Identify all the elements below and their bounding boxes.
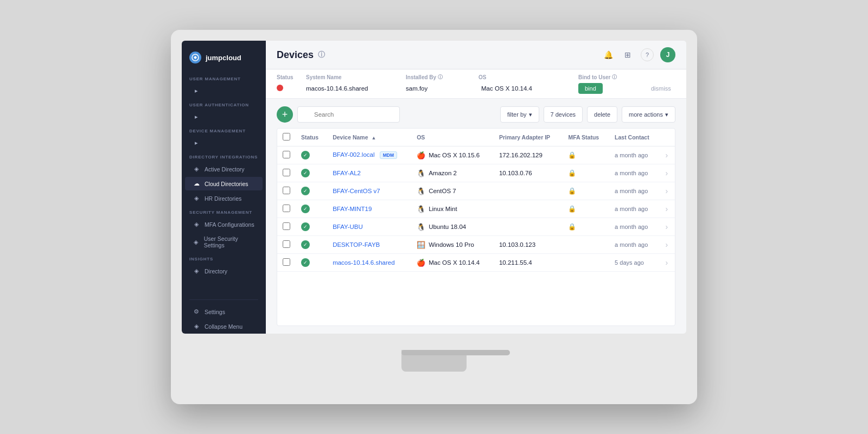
bell-icon[interactable]: 🔔 — [602, 48, 615, 61]
last-contact-cell: a month ago — [609, 164, 660, 182]
os-icon: 🍎 — [417, 259, 425, 267]
mfa-cell: 🔒 — [563, 182, 609, 200]
toolbar: + 🔍 filter by ▾ 7 devices delete more ac… — [277, 106, 675, 123]
devices-table: Status Device Name ▲ OS Primary Adapter … — [277, 129, 675, 272]
delete-button[interactable]: delete — [587, 106, 617, 123]
mfa-lock-icon: 🔒 — [568, 187, 576, 195]
filter-button[interactable]: filter by ▾ — [500, 106, 539, 123]
status-icon: ✓ — [301, 169, 310, 177]
sidebar-item-user-authentication[interactable]: ▸ — [185, 110, 263, 124]
last-contact-cell: a month ago — [609, 200, 660, 218]
notif-bind-cell: bind — [578, 83, 649, 94]
device-count-badge: 7 devices — [544, 106, 583, 123]
security-icon: ◈ — [193, 239, 200, 246]
row-chevron-icon[interactable]: › — [665, 151, 668, 159]
col-mfa: MFA Status — [563, 129, 609, 146]
row-checkbox[interactable] — [283, 222, 290, 230]
bind-info-icon: ⓘ — [612, 74, 617, 81]
row-checkbox[interactable] — [283, 240, 290, 248]
sidebar-divider — [189, 299, 258, 300]
error-dot — [277, 85, 283, 91]
row-chevron-icon[interactable]: › — [665, 258, 668, 267]
row-checkbox[interactable] — [283, 258, 290, 266]
sidebar-item-hr-directories[interactable]: ◈ HR Directories — [185, 192, 263, 205]
ip-cell — [494, 182, 563, 200]
row-chevron-icon[interactable]: › — [665, 240, 668, 249]
sidebar-item-label: Collapse Menu — [205, 323, 242, 330]
row-chevron-icon[interactable]: › — [665, 169, 668, 177]
os-name: Windows 10 Pro — [429, 241, 474, 248]
page-title: Devices — [277, 49, 314, 61]
notif-dismiss-cell: dismiss — [651, 85, 686, 92]
select-all-checkbox[interactable] — [283, 133, 290, 141]
row-checkbox[interactable] — [283, 205, 290, 212]
table-row: ✓ macos-10.14.6.shared 🍎 Mac OS X 10.14.… — [277, 254, 675, 272]
row-chevron-icon[interactable]: › — [665, 222, 668, 231]
sidebar-item-label: Settings — [205, 309, 225, 315]
sidebar-item-label: HR Directories — [205, 195, 241, 202]
table-row: ✓ BFAY-CentOS v7 🐧 CentOS 7 🔒 a month ag… — [277, 182, 675, 200]
dismiss-button[interactable]: dismiss — [651, 85, 671, 92]
row-chevron-icon[interactable]: › — [665, 187, 668, 195]
device-name[interactable]: BFAY-CentOS v7 — [333, 188, 380, 194]
mfa-cell: 🔒 — [563, 146, 609, 164]
more-actions-label: more actions — [629, 111, 663, 118]
table-row: ✓ BFAY-002.local MDM 🍎 Mac OS X 10.15.6 … — [277, 146, 675, 164]
notif-system-name: macos-10.14.6.shared — [306, 85, 404, 92]
sidebar-item-label: Cloud Directories — [205, 181, 248, 187]
sidebar-item-cloud-directories[interactable]: ☁ Cloud Directories — [185, 177, 263, 190]
device-name[interactable]: BFAY-AL2 — [333, 170, 361, 176]
sidebar-item-mfa[interactable]: ◈ MFA Configurations — [185, 218, 263, 231]
row-checkbox[interactable] — [283, 187, 290, 194]
installed-info-icon: ⓘ — [438, 74, 443, 81]
layout-icon[interactable]: ⊞ — [621, 48, 634, 61]
status-icon: ✓ — [301, 187, 310, 195]
mfa-cell: 🔒 — [563, 164, 609, 182]
sidebar-item-directory[interactable]: ◈ Directory — [185, 264, 263, 278]
row-checkbox[interactable] — [283, 169, 290, 176]
device-name[interactable]: BFAY-002.local — [333, 151, 374, 158]
filter-label: filter by — [507, 111, 526, 118]
sidebar-item-label: Active Directory — [205, 166, 245, 173]
cloud-icon: ☁ — [193, 180, 200, 187]
top-bar: Devices ⓘ 🔔 ⊞ ? J — [266, 41, 686, 69]
table-header: Status Device Name ▲ OS Primary Adapter … — [277, 129, 675, 146]
top-bar-actions: 🔔 ⊞ ? J — [602, 47, 675, 62]
sidebar-item-device-management[interactable]: ▸ — [185, 136, 263, 150]
sort-arrow: ▲ — [371, 135, 376, 141]
status-icon: ✓ — [301, 240, 310, 249]
os-name: Linux Mint — [429, 206, 457, 212]
device-name[interactable]: BFAY-UBU — [333, 224, 363, 230]
os-cell: 🐧 Amazon 2 — [417, 169, 488, 177]
row-checkbox[interactable] — [283, 151, 290, 158]
last-contact-cell: a month ago — [609, 182, 660, 200]
help-icon[interactable]: ? — [641, 48, 654, 61]
sidebar-item-active-directory[interactable]: ◈ Active Directory — [185, 162, 263, 176]
device-name[interactable]: macos-10.14.6.shared — [333, 259, 394, 266]
last-contact-cell: a month ago — [609, 218, 660, 236]
os-name: CentOS 7 — [429, 188, 456, 194]
os-cell: 🍎 Mac OS X 10.15.6 — [417, 151, 488, 159]
device-name[interactable]: DESKTOP-FAYB — [333, 241, 380, 248]
device-icon: ▸ — [193, 139, 200, 146]
sidebar-item-collapse[interactable]: ◈ Collapse Menu — [185, 320, 263, 333]
section-device-management: DEVICE MANAGEMENT — [182, 124, 266, 136]
section-user-management: USER MANAGEMENT — [182, 72, 266, 84]
device-name[interactable]: BFAY-MINT19 — [333, 206, 372, 212]
add-device-button[interactable]: + — [277, 106, 293, 123]
more-actions-button[interactable]: more actions ▾ — [622, 106, 675, 123]
col-actions — [660, 129, 675, 146]
sidebar-item-user-security[interactable]: ◈ User Security Settings — [185, 232, 263, 252]
bind-button[interactable]: bind — [578, 83, 603, 94]
col-device-name[interactable]: Device Name ▲ — [327, 129, 411, 146]
avatar[interactable]: J — [660, 47, 675, 62]
sidebar-item-settings[interactable]: ⚙ Settings — [185, 305, 263, 318]
search-input[interactable] — [297, 106, 400, 123]
title-info-icon[interactable]: ⓘ — [318, 50, 325, 60]
mfa-cell — [563, 236, 609, 254]
auth-icon: ▸ — [193, 113, 200, 120]
os-icon: 🪟 — [417, 241, 425, 249]
sidebar-item-user-management[interactable]: ▸ — [185, 84, 263, 98]
row-chevron-icon[interactable]: › — [665, 205, 668, 213]
col-ip: Primary Adapter IP — [494, 129, 563, 146]
